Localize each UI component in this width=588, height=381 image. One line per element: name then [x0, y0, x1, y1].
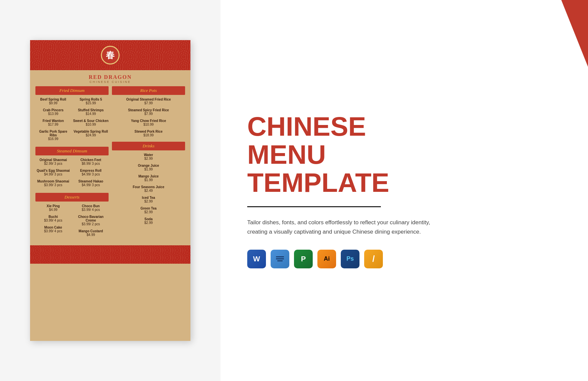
- desserts-header: Desserts: [35, 193, 109, 202]
- list-item: Original Steamed Fried Rice $7.99: [112, 98, 185, 105]
- list-item: Stuffed Shrimps $14.99: [73, 108, 109, 116]
- title-line3: TEMPLATE: [247, 169, 561, 197]
- list-item: Orange Juice $1.99: [112, 164, 185, 171]
- publisher-icon[interactable]: P: [294, 250, 313, 268]
- list-item: Mushroom Shaomai $3.99/ 3 pcs: [35, 179, 71, 187]
- wave-pattern-bottom: [30, 245, 190, 264]
- list-item: Water $2.99: [112, 153, 185, 160]
- app-icons-row: W P Ai Ps /: [247, 250, 561, 268]
- description-text: Tailor dishes, fonts, and colors effortl…: [247, 218, 434, 236]
- list-item: Garlic Pork Spare Ribs $16.99: [35, 130, 71, 141]
- menu-body: Fried Dimsum Beef Spring Roll $9.99 Crab…: [30, 86, 190, 245]
- pages-icon[interactable]: /: [364, 250, 383, 268]
- list-item: Fried Wanton $17.99: [35, 119, 71, 126]
- fried-dimsum-header: Fried Dimsum: [35, 86, 109, 95]
- menu-footer: [30, 245, 190, 264]
- red-corner-decoration: [561, 0, 588, 67]
- list-item: Quail's Egg Shaomai $4.99/ 3 pcs: [35, 169, 71, 176]
- main-title: CHINESE MENU TEMPLATE: [247, 113, 561, 197]
- menu-right-col: Rice Pots Original Steamed Fried Rice $7…: [112, 86, 185, 240]
- photoshop-icon[interactable]: Ps: [341, 250, 359, 268]
- menu-card: 春 RED DRAGON CHINESE CUISINE Fried Dimsu…: [30, 40, 190, 341]
- list-item: Empress Roll $4.99/ 3 pcs: [73, 169, 109, 176]
- list-item: Four Seasons Juice $2.49: [112, 185, 185, 193]
- list-item: Xie Ping $4.99: [35, 204, 71, 212]
- list-item: Stewed Pork Rice $18.99: [112, 130, 185, 137]
- list-item: Moon Cake $3.99/ 4 pcs: [35, 226, 71, 233]
- brand-name: RED DRAGON: [30, 74, 190, 80]
- desserts-col1: Xie Ping $4.99 Buchi $3.99/ 4 pcs Moon C…: [35, 204, 71, 240]
- list-item: Crab Pincers $13.99: [35, 108, 71, 116]
- list-item: Beef Spring Roll $9.99: [35, 98, 71, 105]
- spring-emblem: 春: [101, 46, 120, 65]
- title-line1: CHINESE: [247, 113, 561, 141]
- steamed-dimsum-header: Steamed Dimsum: [35, 147, 109, 155]
- list-item: Spring Rolls 5 $15.99: [73, 98, 109, 105]
- illustrator-icon[interactable]: Ai: [317, 250, 336, 268]
- left-panel: 春 RED DRAGON CHINESE CUISINE Fried Dimsu…: [0, 0, 220, 381]
- brand-subtitle: CHINESE CUISINE: [30, 80, 190, 84]
- right-panel: CHINESE MENU TEMPLATE Tailor dishes, fon…: [220, 0, 588, 381]
- list-item: Mango Custard $4.99: [73, 229, 109, 237]
- list-item: Original Shaomai $2.99/ 3 pcs: [35, 158, 71, 165]
- steamed-col2: Chicken Feet $8.99/ 3 pcs Empress Roll $…: [73, 158, 109, 190]
- list-item: Steamed Hakao $4.99/ 3 pcs: [73, 179, 109, 187]
- word-icon[interactable]: W: [247, 250, 266, 268]
- fried-dimsum-col2: Spring Rolls 5 $15.99 Stuffed Shrimps $1…: [73, 98, 109, 144]
- title-divider: [247, 206, 381, 207]
- spring-character: 春: [106, 49, 115, 61]
- rice-pots-header: Rice Pots: [112, 86, 185, 95]
- list-item: Green Tea $2.99: [112, 207, 185, 214]
- drinks-header: Drinks: [112, 142, 185, 150]
- list-item: Sweet & Sour Chicken $10.99: [73, 119, 109, 126]
- list-item: Chicken Feet $8.99/ 3 pcs: [73, 158, 109, 165]
- list-item: Mango Juice $1.99: [112, 174, 185, 182]
- list-item: Steamed Spicy Fried Rice $7.99: [112, 108, 185, 116]
- list-item: Buchi $3.99/ 4 pcs: [35, 215, 71, 222]
- menu-left-col: Fried Dimsum Beef Spring Roll $9.99 Crab…: [35, 86, 109, 240]
- menu-header: 春: [30, 40, 190, 70]
- list-item: Choco Bun $3.99/ 4 pcs: [73, 204, 109, 212]
- docs-icon[interactable]: [271, 250, 289, 268]
- title-line2: MENU: [247, 141, 561, 169]
- list-item: Soda $2.99: [112, 217, 185, 225]
- list-item: Yang Chow Fried Rice $10.99: [112, 119, 185, 126]
- desserts-col2: Choco Bun $3.99/ 4 pcs Choco Bavarian Cr…: [73, 204, 109, 240]
- brand-section: RED DRAGON CHINESE CUISINE: [30, 70, 190, 86]
- steamed-col1: Original Shaomai $2.99/ 3 pcs Quail's Eg…: [35, 158, 71, 190]
- list-item: Vegetable Spring Roll $24.99: [73, 130, 109, 137]
- fried-dimsum-col1: Beef Spring Roll $9.99 Crab Pincers $13.…: [35, 98, 71, 144]
- list-item: Choco Bavarian Creme $3.99/ 2 pcs: [73, 215, 109, 226]
- list-item: Iced Tea $2.99: [112, 196, 185, 203]
